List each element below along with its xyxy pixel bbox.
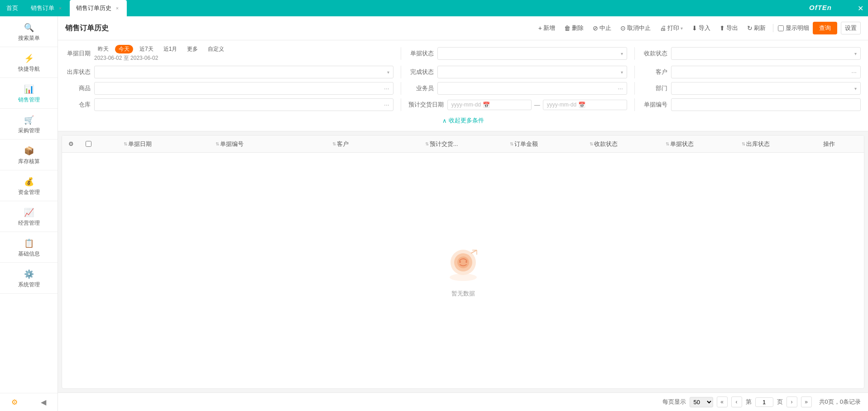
- export-button[interactable]: ⬆ 导出: [717, 22, 741, 34]
- th-number-sort-icon: ⇅: [216, 141, 219, 146]
- sidebar-item-inventory[interactable]: 📦 库存核算: [0, 140, 58, 170]
- sidebar-item-quick-nav[interactable]: ⚡ 快捷导航: [0, 47, 58, 78]
- import-icon: ⬇: [692, 24, 697, 32]
- th-settings[interactable]: ⚙: [62, 140, 80, 147]
- th-delivery[interactable]: ⇅ 预计交货...: [400, 140, 483, 148]
- display-columns-toggle[interactable]: 显示明细: [778, 24, 809, 32]
- filter-product: 商品 ···: [65, 82, 393, 95]
- th-amount[interactable]: ⇅ 订单金额: [483, 140, 565, 148]
- svg-point-3: [457, 256, 469, 268]
- svg-point-4: [459, 261, 461, 263]
- order-status-label: 单据状态: [408, 49, 434, 58]
- window-close-icon[interactable]: ✕: [858, 4, 863, 13]
- tab-home[interactable]: 首页: [0, 0, 24, 16]
- th-date[interactable]: ⇅ 单据日期: [96, 140, 179, 148]
- stop-label: 中止: [599, 24, 611, 32]
- date-tag-today[interactable]: 今天: [115, 45, 133, 53]
- warehouse-control[interactable]: ···: [94, 98, 393, 111]
- sidebar-item-sales-mgmt[interactable]: 📊 销售管理: [0, 78, 58, 109]
- delivery-date-start-placeholder: yyyy-mm-dd: [451, 102, 481, 108]
- sidebar-item-system-mgmt-label: 系统管理: [18, 281, 40, 289]
- toolbar: + 新增 🗑 删除 ⊘ 中止 ⊙ 取消中止: [536, 22, 861, 34]
- tab-sales-order[interactable]: 销售订单 ×: [24, 0, 70, 16]
- system-mgmt-icon: ⚙️: [24, 269, 34, 279]
- th-out-status[interactable]: ⇅ 出库状态: [718, 140, 794, 148]
- sidebar-settings-icon[interactable]: ⚙: [11, 398, 18, 406]
- delivery-date-end[interactable]: yyyy-mm-dd 📅: [543, 100, 627, 110]
- out-status-label: 出库状态: [65, 68, 91, 76]
- per-page-select[interactable]: 50 10 20 100: [690, 397, 713, 407]
- complete-status-control[interactable]: ▾: [437, 66, 627, 78]
- pagination-next[interactable]: ›: [786, 396, 797, 407]
- import-button[interactable]: ⬇ 导入: [689, 22, 713, 34]
- tab-sales-order-label: 销售订单: [31, 4, 54, 12]
- th-number[interactable]: ⇅ 单据编号: [179, 140, 280, 148]
- pagination-last[interactable]: »: [801, 396, 812, 407]
- sidebar-item-search-menu[interactable]: 🔍 搜索菜单: [0, 16, 58, 47]
- tab-sales-order-close[interactable]: ×: [57, 5, 63, 11]
- date-tag-more[interactable]: 更多: [183, 45, 201, 53]
- export-label: 导出: [726, 24, 738, 32]
- page-input[interactable]: [755, 397, 773, 407]
- delivery-date-start[interactable]: yyyy-mm-dd 📅: [447, 100, 532, 110]
- th-payment-status-label: 收款状态: [594, 140, 618, 148]
- sidebar-item-basic-info[interactable]: 📋 基础信息: [0, 232, 58, 263]
- date-filter-group: 昨天 今天 近7天 近1月 更多 自定义 2023-06-02 至 2023-0…: [94, 45, 393, 62]
- filter-complete-status: 完成状态 ▾: [408, 66, 627, 78]
- complete-status-arrow: ▾: [621, 70, 623, 75]
- th-order-status[interactable]: ⇅ 单据状态: [642, 140, 718, 148]
- cancel-stop-icon: ⊙: [620, 24, 626, 32]
- th-payment-status[interactable]: ⇅ 收款状态: [566, 140, 642, 148]
- sidebar: 🔍 搜索菜单 ⚡ 快捷导航 📊 销售管理 🛒 采购管理 📦 库存核算 💰 资金管…: [0, 16, 58, 411]
- tab-sales-order-history[interactable]: 销售订单历史 ×: [70, 0, 127, 16]
- payment-status-label: 收款状态: [642, 49, 667, 58]
- query-button[interactable]: 查询: [813, 22, 837, 34]
- delivery-date-dash: —: [534, 102, 540, 108]
- sidebar-item-operations[interactable]: 📈 经营管理: [0, 201, 58, 232]
- pagination-prev[interactable]: ‹: [731, 396, 742, 407]
- pagination-first[interactable]: «: [717, 396, 728, 407]
- product-control[interactable]: ···: [94, 82, 393, 95]
- date-tag-yesterday[interactable]: 昨天: [94, 45, 112, 53]
- filter-sep-7: [401, 98, 401, 111]
- settings-button[interactable]: 设置: [841, 22, 861, 34]
- page-title-row: 销售订单历史 + 新增 🗑 删除 ⊘ 中止 ⊙: [65, 22, 861, 34]
- refresh-label: 刷新: [754, 24, 766, 32]
- filter-delivery-date: 预计交货日期 yyyy-mm-dd 📅 — yyyy-mm-dd 📅: [408, 100, 627, 110]
- cancel-stop-button[interactable]: ⊙ 取消中止: [618, 22, 653, 34]
- sidebar-expand-icon[interactable]: ◀: [41, 398, 46, 406]
- display-columns-checkbox[interactable]: [778, 25, 784, 31]
- collapse-arrow-icon: ∧: [442, 117, 447, 124]
- date-range-text: 2023-06-02 至 2023-06-02: [94, 54, 393, 62]
- th-check[interactable]: [80, 141, 96, 147]
- new-button[interactable]: + 新增: [536, 22, 558, 34]
- th-checkbox[interactable]: [86, 141, 91, 147]
- delete-button[interactable]: 🗑 删除: [561, 22, 586, 34]
- print-dropdown-icon: ▾: [681, 26, 683, 31]
- operations-icon: 📈: [24, 208, 34, 218]
- sidebar-item-finance[interactable]: 💰 资金管理: [0, 170, 58, 201]
- date-tag-last1m[interactable]: 近1月: [160, 45, 181, 53]
- order-status-control[interactable]: ▾: [437, 47, 627, 60]
- sidebar-item-system-mgmt[interactable]: ⚙️ 系统管理: [0, 263, 58, 294]
- collapse-bar[interactable]: ∧ 收起更多条件: [65, 115, 861, 126]
- sidebar-item-purchase-mgmt[interactable]: 🛒 采购管理: [0, 109, 58, 140]
- date-tags: 昨天 今天 近7天 近1月 更多 自定义: [94, 45, 393, 53]
- customer-control[interactable]: ···: [671, 66, 861, 78]
- top-bar-right: ✕: [858, 4, 868, 13]
- dept-control[interactable]: ▾: [671, 82, 861, 95]
- date-tag-last7[interactable]: 近7天: [136, 45, 157, 53]
- delivery-date-start-cal-icon: 📅: [483, 102, 490, 108]
- payment-status-control[interactable]: ▾: [671, 47, 861, 60]
- tab-sales-order-history-close[interactable]: ×: [114, 5, 120, 11]
- print-button[interactable]: 🖨 打印 ▾: [657, 22, 686, 34]
- refresh-button[interactable]: ↻ 刷新: [744, 22, 768, 34]
- date-tag-custom[interactable]: 自定义: [204, 45, 228, 53]
- salesperson-control[interactable]: ···: [437, 82, 627, 95]
- order-number-control[interactable]: [671, 98, 861, 111]
- complete-status-label: 完成状态: [408, 68, 434, 76]
- th-customer[interactable]: ⇅ 客户: [280, 140, 400, 148]
- th-customer-sort-icon: ⇅: [332, 141, 336, 146]
- out-status-control[interactable]: ▾: [94, 66, 393, 78]
- stop-button[interactable]: ⊘ 中止: [590, 22, 614, 34]
